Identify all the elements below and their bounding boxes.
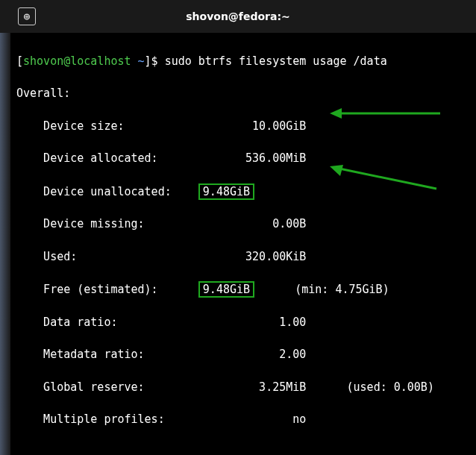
row-free-estimated: Free (estimated): 9.48GiB (min: 4.75GiB)	[16, 281, 470, 298]
window-edge	[0, 0, 10, 455]
row-device-missing: Device missing: 0.00B	[16, 216, 470, 233]
row-device-size: Device size: 10.00GiB	[16, 119, 470, 135]
row-used: Used: 320.00KiB	[16, 249, 470, 266]
row-multiple-profiles: Multiple profiles: no	[16, 412, 470, 428]
terminal-body[interactable]: [shovon@localhost ~]$ sudo btrfs filesys…	[10, 33, 476, 455]
highlight-unallocated: 9.48GiB	[198, 183, 254, 200]
svg-marker-1	[330, 108, 342, 119]
blank	[16, 445, 470, 455]
arrow-annotation-1	[328, 106, 448, 121]
overall-header: Overall:	[16, 86, 470, 102]
row-data-ratio: Data ratio: 1.00	[16, 315, 470, 331]
svg-line-2	[339, 169, 436, 189]
row-metadata-ratio: Metadata ratio: 2.00	[16, 347, 470, 363]
titlebar[interactable]: ⊕ shovon@fedora:~	[0, 0, 476, 33]
command-text: sudo btrfs filesystem usage /data	[165, 54, 387, 68]
prompt-line: [shovon@localhost ~]$ sudo btrfs filesys…	[16, 54, 470, 70]
highlight-free: 9.48GiB	[198, 281, 254, 298]
row-global-reserve: Global reserve: 3.25MiB (used: 0.00B)	[16, 380, 470, 396]
arrow-annotation-2	[328, 163, 448, 192]
svg-marker-3	[330, 165, 343, 176]
window-title: shovon@fedora:~	[9, 10, 467, 22]
